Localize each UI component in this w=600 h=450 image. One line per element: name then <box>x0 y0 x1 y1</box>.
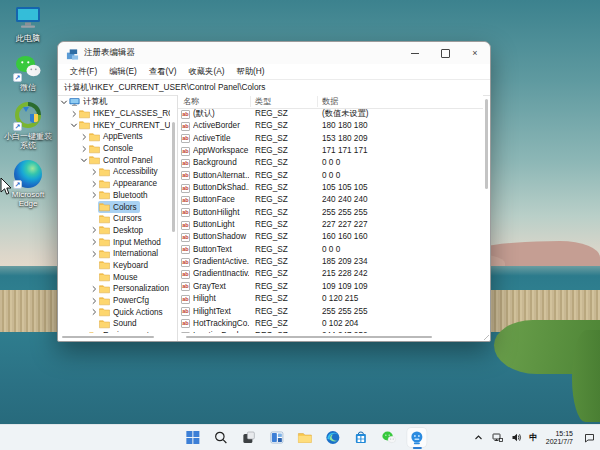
chevron-right-icon[interactable] <box>90 308 98 316</box>
tree-item-international[interactable]: International <box>58 248 170 260</box>
resize-grip[interactable] <box>483 334 489 340</box>
chevron-down-icon[interactable] <box>60 98 68 106</box>
chevron-right-icon[interactable] <box>90 285 98 293</box>
tree-item-accessibility[interactable]: Accessibility <box>58 166 170 178</box>
tree-item-bluetooth[interactable]: Bluetooth <box>58 190 170 202</box>
registry-value-row-hottrackingco[interactable]: abHotTrackingCo...REG_SZ0 102 204 <box>178 318 483 330</box>
tree-item-cursors[interactable]: Cursors <box>58 213 170 225</box>
registry-value-row-graytext[interactable]: abGrayTextREG_SZ109 109 109 <box>178 281 483 293</box>
title-bar[interactable]: 注册表编辑器 × <box>58 42 490 64</box>
column-header-type[interactable]: 类型 <box>255 95 271 108</box>
tree-item-label: Sound <box>113 319 137 328</box>
chevron-right-icon[interactable] <box>90 180 98 188</box>
taskbar-search-button[interactable] <box>211 428 230 447</box>
chevron-right-icon[interactable] <box>70 110 78 118</box>
taskbar-start-button[interactable] <box>183 428 202 447</box>
registry-value-row-buttonshadow[interactable]: abButtonShadowREG_SZ160 160 160 <box>178 231 483 243</box>
value-type: REG_SZ <box>255 108 288 120</box>
menu-a[interactable]: 收藏夹(A) <box>183 66 231 77</box>
chevron-down-icon[interactable] <box>80 156 88 164</box>
volume-icon[interactable] <box>510 431 523 444</box>
registry-value-row-hilight[interactable]: abHilightREG_SZ0 120 215 <box>178 293 483 305</box>
tree-item-input-method[interactable]: Input Method <box>58 236 170 248</box>
minimize-button[interactable] <box>400 42 430 64</box>
taskbar-task-view-button[interactable] <box>239 428 258 447</box>
chevron-right-icon[interactable] <box>80 145 88 153</box>
folder-icon <box>99 167 110 177</box>
registry-value-row-inactiveborder[interactable]: abInactiveBorderREG_SZ244 247 252 <box>178 330 483 333</box>
desktop-icon-wechat[interactable]: ↗微信 <box>2 52 54 92</box>
desktop-icon-this-pc[interactable]: 此电脑 <box>2 3 54 43</box>
tree-item-console[interactable]: Console <box>58 143 170 155</box>
registry-value-row-activeborder[interactable]: abActiveBorderREG_SZ180 180 180 <box>178 120 483 132</box>
taskbar-wechat-button[interactable] <box>379 428 398 447</box>
start-icon <box>185 430 200 445</box>
ime-indicator[interactable]: 中 <box>529 432 538 444</box>
tree-item-keyboard[interactable]: Keyboard <box>58 260 170 272</box>
tree-item-desktop[interactable]: Desktop <box>58 225 170 237</box>
clock[interactable]: 15:15 2021/7/7 <box>546 430 573 446</box>
maximize-button[interactable] <box>430 42 460 64</box>
taskbar-edge-button[interactable] <box>323 428 342 447</box>
tree-item-personalization[interactable]: Personalization <box>58 283 170 295</box>
tree-item-control-panel[interactable]: Control Panel <box>58 154 170 166</box>
tree-item-computer[interactable]: 计算机 <box>58 96 170 108</box>
tree-item-quick-actions[interactable]: Quick Actions <box>58 306 170 318</box>
tree-horizontal-scrollbar[interactable] <box>62 336 154 338</box>
column-divider[interactable] <box>317 96 318 107</box>
menu-v[interactable]: 查看(V) <box>143 66 183 77</box>
registry-value-row-gradientinactiv[interactable]: abGradientInactiv...REG_SZ215 228 242 <box>178 268 483 280</box>
notification-center-icon[interactable] <box>583 431 596 444</box>
tree-item-powercfg[interactable]: PowerCfg <box>58 295 170 307</box>
taskbar-store-button[interactable] <box>351 428 370 447</box>
registry-value-row-activetitle[interactable]: abActiveTitleREG_SZ153 180 209 <box>178 133 483 145</box>
tree-item-mouse[interactable]: Mouse <box>58 271 170 283</box>
menu-e[interactable]: 编辑(E) <box>103 66 143 77</box>
registry-value-row-hilighttext[interactable]: abHilightTextREG_SZ255 255 255 <box>178 306 483 318</box>
chevron-right-icon[interactable] <box>80 133 88 141</box>
taskbar-xiaobai-button[interactable] <box>407 428 426 447</box>
column-divider[interactable] <box>250 96 251 107</box>
tree-item-hkey-current-user[interactable]: HKEY_CURRENT_USER <box>58 119 170 131</box>
registry-value-row-buttondkshad[interactable]: abButtonDkShad...REG_SZ105 105 105 <box>178 182 483 194</box>
taskbar-file-explorer-button[interactable] <box>295 428 314 447</box>
registry-value-row-buttonhilight[interactable]: abButtonHilightREG_SZ255 255 255 <box>178 207 483 219</box>
tree-vertical-scrollbar[interactable] <box>172 122 175 232</box>
tree-item-appearance[interactable]: Appearance <box>58 178 170 190</box>
registry-value-row-item-0[interactable]: ab(默认)REG_SZ(数值未设置) <box>178 108 483 120</box>
tree-item-environment[interactable]: Environment <box>58 330 170 333</box>
registry-value-row-buttonalternat[interactable]: abButtonAlternat...REG_SZ0 0 0 <box>178 170 483 182</box>
menu-h[interactable]: 帮助(H) <box>230 66 270 77</box>
registry-value-row-background[interactable]: abBackgroundREG_SZ0 0 0 <box>178 157 483 169</box>
tree-item-sound[interactable]: Sound <box>58 318 170 330</box>
chevron-right-icon[interactable] <box>90 250 98 258</box>
chevron-down-icon[interactable] <box>70 121 78 129</box>
tree-item-appevents[interactable]: AppEvents <box>58 131 170 143</box>
tree-item-label: Keyboard <box>113 261 148 270</box>
chevron-right-icon[interactable] <box>90 226 98 234</box>
list-vertical-scrollbar[interactable] <box>485 99 488 189</box>
chevron-right-icon[interactable] <box>90 297 98 305</box>
network-icon[interactable] <box>491 431 504 444</box>
tree-item-label: Bluetooth <box>113 191 148 200</box>
chevron-right-icon[interactable] <box>90 168 98 176</box>
registry-value-row-buttontext[interactable]: abButtonTextREG_SZ0 0 0 <box>178 244 483 256</box>
column-header-name[interactable]: 名称 <box>183 95 199 108</box>
registry-value-row-buttonlight[interactable]: abButtonLightREG_SZ227 227 227 <box>178 219 483 231</box>
registry-value-row-buttonface[interactable]: abButtonFaceREG_SZ240 240 240 <box>178 194 483 206</box>
list-horizontal-scrollbar[interactable] <box>186 336 432 338</box>
expander-spacer <box>90 273 98 281</box>
menu-f[interactable]: 文件(F) <box>64 66 103 77</box>
close-button[interactable]: × <box>460 42 490 64</box>
registry-value-row-gradientactive[interactable]: abGradientActive...REG_SZ185 209 234 <box>178 256 483 268</box>
hidden-icons-chevron-icon[interactable] <box>472 431 485 444</box>
chevron-right-icon[interactable] <box>90 238 98 246</box>
chevron-right-icon[interactable] <box>90 191 98 199</box>
column-header-data[interactable]: 数据 <box>322 95 338 108</box>
registry-value-row-appworkspace[interactable]: abAppWorkspaceREG_SZ171 171 171 <box>178 145 483 157</box>
address-bar[interactable]: 计算机\HKEY_CURRENT_USER\Control Panel\Colo… <box>58 80 490 96</box>
taskbar-widgets-button[interactable] <box>267 428 286 447</box>
tree-item-colors[interactable]: Colors <box>58 201 170 213</box>
tree-item-hkey-classes-root[interactable]: HKEY_CLASSES_ROOT <box>58 108 170 120</box>
desktop-icon-xiaobai[interactable]: ↗小白一键重装系统 <box>2 101 54 150</box>
